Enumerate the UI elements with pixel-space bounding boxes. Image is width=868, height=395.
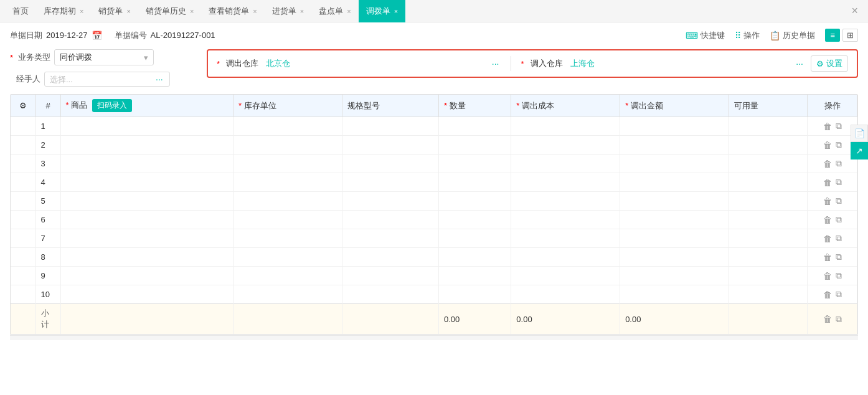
tab-inventory-count[interactable]: 盘点单 × xyxy=(311,0,358,22)
row-delete-icon[interactable]: 🗑 xyxy=(823,196,832,206)
row-action-cell: 🗑 ⧉ xyxy=(808,211,857,229)
row-delete-icon[interactable]: 🗑 xyxy=(823,178,832,188)
row-gear-cell xyxy=(11,192,35,211)
row-delete-icon[interactable]: 🗑 xyxy=(823,234,832,244)
table-row: 1 🗑 ⧉ xyxy=(11,117,857,136)
row-product-cell[interactable] xyxy=(60,117,233,136)
row-gear-cell xyxy=(11,211,35,229)
tab-sales-history[interactable]: 销货单历史 × xyxy=(138,0,201,22)
row-delete-icon[interactable]: 🗑 xyxy=(823,290,832,300)
shortcut-button[interactable]: ⌨ 快捷键 xyxy=(686,30,725,41)
calendar-icon[interactable]: 📅 xyxy=(92,31,102,40)
row-product-cell[interactable] xyxy=(60,136,233,155)
row-available-cell xyxy=(729,192,807,211)
window-close-button[interactable]: × xyxy=(846,4,863,17)
row-delete-icon[interactable]: 🗑 xyxy=(823,314,832,324)
row-amount-cell xyxy=(620,267,729,285)
operation-button[interactable]: ⠿ 操作 xyxy=(735,30,760,41)
row-unit-cell xyxy=(233,173,342,192)
history-button[interactable]: 📋 历史单据 xyxy=(770,30,815,41)
warehouse-divider xyxy=(511,56,511,71)
tab-close-sales-order[interactable]: × xyxy=(126,7,130,15)
tab-close-inventory-init[interactable]: × xyxy=(80,7,83,15)
form-left: * 业务类型 同价调拨 ▾ 经手人 ··· xyxy=(10,49,197,87)
row-spec-cell xyxy=(342,229,438,248)
table-row: 7 🗑 ⧉ xyxy=(11,229,857,248)
row-copy-icon[interactable]: ⧉ xyxy=(836,314,842,325)
row-qty-cell xyxy=(439,117,511,136)
warehouse-box: * 调出仓库 北京仓 ··· * 调入仓库 上海仓 ··· ⚙ 设置 xyxy=(207,49,858,78)
row-product-cell[interactable] xyxy=(60,267,233,285)
row-qty-cell xyxy=(439,267,511,285)
col-gear[interactable]: ⚙ xyxy=(11,95,35,117)
tab-close-purchase-order[interactable]: × xyxy=(300,7,304,15)
row-copy-icon[interactable]: ⧉ xyxy=(836,196,842,206)
row-copy-icon[interactable]: ⧉ xyxy=(836,270,842,281)
row-amount-cell xyxy=(620,136,729,155)
out-warehouse-field: * 调出仓库 北京仓 ··· xyxy=(217,58,501,69)
out-warehouse-more-button[interactable]: ··· xyxy=(491,59,501,69)
tab-sales-order[interactable]: 销货单 × xyxy=(91,0,138,22)
business-type-select[interactable]: 同价调拨 ▾ xyxy=(54,49,154,65)
row-num-cell: 6 xyxy=(35,211,60,229)
scan-button[interactable]: 扫码录入 xyxy=(92,99,132,112)
tab-transfer-order[interactable]: 调拨单 × xyxy=(359,0,405,22)
row-product-cell[interactable] xyxy=(60,285,233,304)
date-field: 单据日期 2019-12-27 📅 xyxy=(10,30,102,41)
row-cost-cell xyxy=(511,173,620,192)
row-action-cell: 🗑 ⧉ xyxy=(808,136,857,155)
row-delete-icon[interactable]: 🗑 xyxy=(823,252,832,262)
tab-inventory-init[interactable]: 库存期初 × xyxy=(36,0,91,22)
row-copy-icon[interactable]: ⧉ xyxy=(836,140,842,150)
row-delete-icon[interactable]: 🗑 xyxy=(823,159,832,169)
horizontal-scrollbar[interactable] xyxy=(10,335,858,340)
row-unit-cell xyxy=(233,192,342,211)
row-unit-cell xyxy=(233,211,342,229)
col-product: * 商品 扫码录入 xyxy=(60,95,233,117)
row-copy-icon[interactable]: ⧉ xyxy=(836,289,842,300)
row-copy-icon[interactable]: ⧉ xyxy=(836,233,842,244)
row-product-cell[interactable] xyxy=(60,155,233,173)
row-product-cell[interactable] xyxy=(60,211,233,229)
tab-purchase-order[interactable]: 进货单 × xyxy=(265,0,311,22)
row-copy-icon[interactable]: ⧉ xyxy=(836,121,842,131)
right-tool-doc[interactable]: 📄 xyxy=(851,125,868,142)
row-product-cell[interactable] xyxy=(60,173,233,192)
row-product-cell[interactable] xyxy=(60,192,233,211)
tab-close-sales-history[interactable]: × xyxy=(190,7,194,15)
row-unit-cell xyxy=(233,155,342,173)
row-copy-icon[interactable]: ⧉ xyxy=(836,158,842,169)
row-amount-cell xyxy=(620,229,729,248)
tab-close-inventory-count[interactable]: × xyxy=(347,7,351,15)
tab-home[interactable]: 首页 xyxy=(5,0,36,22)
row-product-cell[interactable] xyxy=(60,229,233,248)
row-delete-icon[interactable]: 🗑 xyxy=(823,215,832,225)
right-tool-expand[interactable]: ↗ xyxy=(851,142,868,159)
view-toggle-grid[interactable]: ⊞ xyxy=(842,29,858,42)
row-copy-icon[interactable]: ⧉ xyxy=(836,177,842,188)
row-delete-icon[interactable]: 🗑 xyxy=(823,140,832,150)
row-delete-icon[interactable]: 🗑 xyxy=(823,121,832,131)
row-copy-icon[interactable]: ⧉ xyxy=(836,252,842,262)
row-product-cell[interactable] xyxy=(60,248,233,267)
row-spec-cell xyxy=(342,173,438,192)
row-delete-icon[interactable]: 🗑 xyxy=(823,271,832,281)
tab-close-transfer-order[interactable]: × xyxy=(394,7,398,15)
person-more-button[interactable]: ··· xyxy=(154,74,164,84)
view-toggle-list[interactable]: ≡ xyxy=(825,29,840,42)
table-row: 2 🗑 ⧉ xyxy=(11,136,857,155)
out-warehouse-value: 北京仓 xyxy=(266,58,290,69)
row-num-cell: 8 xyxy=(35,248,60,267)
person-input[interactable] xyxy=(50,75,154,84)
in-warehouse-more-button[interactable]: ··· xyxy=(795,59,804,69)
col-amount: * 调出金额 xyxy=(620,95,729,117)
row-copy-icon[interactable]: ⧉ xyxy=(836,214,842,225)
row-amount-cell xyxy=(620,248,729,267)
subtotal-label-cell: 小计 xyxy=(35,304,60,335)
row-num-cell: 10 xyxy=(35,285,60,304)
tab-view-sales[interactable]: 查看销货单 × xyxy=(201,0,264,22)
settings-button[interactable]: ⚙ 设置 xyxy=(811,55,848,72)
row-qty-cell xyxy=(439,248,511,267)
tab-close-view-sales[interactable]: × xyxy=(253,7,257,15)
row-amount-cell xyxy=(620,117,729,136)
